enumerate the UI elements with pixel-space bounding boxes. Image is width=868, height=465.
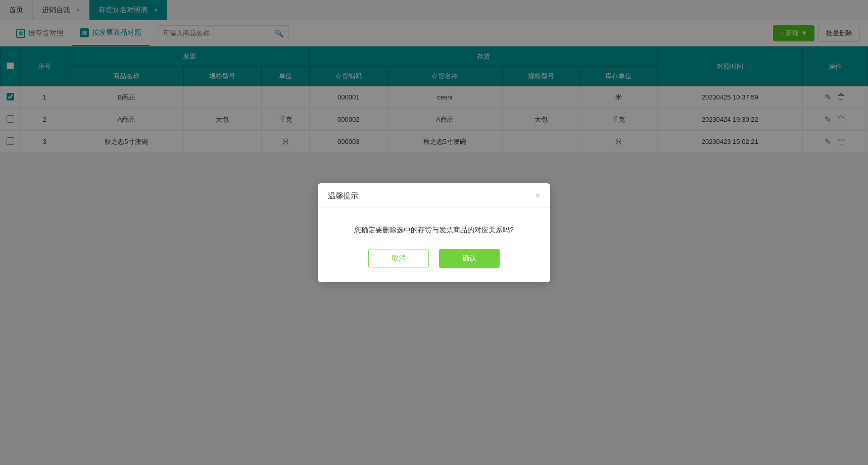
modal-body: 您确定要删除选中的存货与发票商品的对应关系吗?: [318, 208, 550, 249]
modal-message: 您确定要删除选中的存货与发票商品的对应关系吗?: [354, 226, 514, 234]
modal-title: 温馨提示: [328, 191, 358, 201]
modal-cancel-button[interactable]: 取消: [368, 249, 429, 268]
modal-confirm-button[interactable]: 确认: [439, 249, 500, 268]
modal-overlay: 温馨提示 × 您确定要删除选中的存货与发票商品的对应关系吗? 取消 确认: [0, 0, 868, 465]
modal-footer: 取消 确认: [318, 249, 550, 282]
modal-header: 温馨提示 ×: [318, 183, 550, 208]
modal-dialog: 温馨提示 × 您确定要删除选中的存货与发票商品的对应关系吗? 取消 确认: [318, 183, 550, 282]
modal-close-button[interactable]: ×: [536, 192, 540, 200]
